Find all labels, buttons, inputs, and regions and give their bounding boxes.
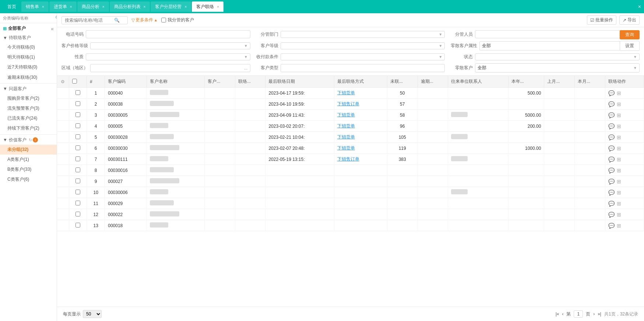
next-page-button[interactable]: › (593, 311, 595, 317)
last-way-link[interactable]: 下销货单 (337, 145, 355, 151)
filter-price-tier-select[interactable]: ▼ (90, 42, 250, 49)
tab-product-analysis[interactable]: 商品分析 × (77, 1, 109, 12)
filter-retail-customer-select[interactable]: 全部 ▼ (475, 63, 640, 73)
tab-customer-tier[interactable]: 客户分层经营 × (151, 1, 191, 12)
grid-action-icon[interactable]: ⊞ (617, 212, 621, 218)
sidebar-item-class-b[interactable]: B类客户(33) (0, 165, 57, 174)
more-conditions-button[interactable]: ▽ 更多条件 ▲ (131, 17, 158, 23)
filter-region-dots[interactable]: ... (244, 66, 248, 71)
refresh-icon[interactable]: ↻ (29, 138, 32, 142)
row-checkbox[interactable] (75, 179, 80, 183)
last-way-link[interactable]: 下销售订单 (337, 101, 359, 106)
group-value-customers[interactable]: ▼ 价值客户 ↻ ! (0, 135, 57, 145)
row-checkbox[interactable] (75, 101, 80, 106)
settings-gear-icon[interactable]: ⚙ (61, 79, 65, 84)
sidebar-item-overdue[interactable]: 逾期未联络(30) (0, 73, 57, 82)
filter-dept-select[interactable]: ▼ (281, 31, 445, 38)
grid-action-icon[interactable]: ⊞ (617, 90, 621, 96)
group-pending-contact[interactable]: ▼ 待联络客户 (0, 33, 57, 42)
last-way-link[interactable]: 下销货单 (337, 112, 355, 117)
batch-operation-button[interactable]: ☑ 批量操作 (587, 15, 616, 25)
message-icon[interactable]: 💬 (608, 112, 615, 118)
grid-action-icon[interactable]: ⊞ (617, 145, 621, 151)
group-problem-customers[interactable]: ▼ 问题客户 (0, 84, 57, 94)
sidebar-item-tomorrow[interactable]: 明天待联络(1) (0, 52, 57, 62)
reset-button[interactable]: 设置 (620, 41, 640, 51)
filter-manager-input[interactable] (475, 30, 634, 38)
tab-sales[interactable]: 销售单 × (21, 1, 49, 12)
message-icon[interactable]: 💬 (608, 145, 615, 151)
row-checkbox[interactable] (75, 156, 80, 161)
grid-action-icon[interactable]: ⊞ (617, 123, 621, 129)
select-all-checkbox[interactable] (72, 79, 77, 84)
row-checkbox[interactable] (75, 145, 80, 150)
grid-action-icon[interactable]: ⊞ (617, 179, 621, 184)
sidebar-item-class-a[interactable]: A类客户(1) (0, 155, 57, 165)
message-icon[interactable]: 💬 (608, 156, 615, 162)
last-way-link[interactable]: 下销货单 (337, 123, 355, 128)
my-customers-checkbox[interactable]: 我分管的客户 (161, 17, 194, 23)
col-settings[interactable]: ⚙ (57, 76, 69, 88)
message-icon[interactable]: 💬 (608, 223, 615, 229)
filter-customer-type-input[interactable] (281, 64, 445, 72)
message-icon[interactable]: 💬 (608, 190, 615, 195)
filter-nature-select[interactable]: ▼ (86, 53, 250, 60)
close-all-button[interactable]: × (638, 4, 641, 10)
tab-customer-contact[interactable]: 客户联络 × (192, 1, 224, 12)
all-customers-header[interactable]: ⊞ 全部客户 « (0, 23, 57, 33)
page-number[interactable]: 1 (574, 310, 583, 318)
sidebar-item-lost[interactable]: 已流失客户(24) (0, 113, 57, 123)
row-checkbox[interactable] (75, 190, 80, 194)
filter-phone-input[interactable] (86, 30, 250, 38)
my-customers-check[interactable] (161, 18, 166, 22)
tab-product-analysis-list[interactable]: 商品分析列表 × (110, 1, 150, 12)
tab-product-analysis-list-close[interactable]: × (144, 5, 146, 9)
message-icon[interactable]: 💬 (608, 101, 615, 107)
sidebar-item-churn-warning[interactable]: 流失预警客户(3) (0, 103, 57, 113)
row-checkbox[interactable] (75, 123, 80, 128)
row-checkbox[interactable] (75, 223, 80, 227)
first-page-button[interactable]: |« (556, 311, 559, 317)
sidebar-item-ungrouped[interactable]: 未分组(32) (0, 145, 57, 155)
tab-customer-tier-close[interactable]: × (184, 5, 187, 9)
row-checkbox[interactable] (75, 201, 80, 205)
grid-action-icon[interactable]: ⊞ (617, 112, 621, 118)
export-button[interactable]: ↗ 导出 (619, 15, 640, 25)
prev-page-button[interactable]: ‹ (562, 311, 563, 317)
filter-retail-attr-select[interactable]: 全部 ▼ (479, 41, 640, 50)
row-checkbox[interactable] (75, 90, 80, 95)
last-way-link[interactable]: 下销货单 (337, 90, 355, 95)
grid-action-icon[interactable]: ⊞ (617, 134, 621, 140)
filter-status-select[interactable]: ▼ (475, 53, 640, 60)
filter-customer-tier-select[interactable]: ▼ (281, 42, 445, 49)
grid-action-icon[interactable]: ⊞ (617, 167, 621, 173)
message-icon[interactable]: 💬 (608, 134, 615, 140)
tab-home[interactable]: 首页 (3, 1, 21, 12)
last-way-link[interactable]: 下销货单 (337, 134, 355, 140)
search-icon[interactable]: 🔍 (114, 18, 120, 23)
filter-region-select[interactable]: ... (90, 64, 250, 72)
tab-sales-close[interactable]: × (42, 5, 44, 9)
message-icon[interactable]: 💬 (608, 201, 615, 207)
grid-action-icon[interactable]: ⊞ (617, 156, 621, 162)
message-icon[interactable]: 💬 (608, 179, 615, 184)
search-input[interactable] (65, 18, 113, 23)
tab-purchase[interactable]: 进货单 × (49, 1, 77, 12)
sidebar-item-declining[interactable]: 持续下滑客户(2) (0, 123, 57, 133)
row-checkbox[interactable] (75, 112, 80, 117)
last-way-link[interactable]: 下销售订单 (337, 156, 359, 162)
tab-purchase-close[interactable]: × (70, 5, 72, 9)
grid-action-icon[interactable]: ⊞ (617, 223, 621, 229)
grid-action-icon[interactable]: ⊞ (617, 190, 621, 195)
page-size-select[interactable]: 50 100 200 (83, 310, 102, 318)
sidebar-item-7days[interactable]: 近7天待联络(0) (0, 62, 57, 72)
row-checkbox[interactable] (75, 134, 80, 139)
sidebar-item-abnormal[interactable]: 囤购异常客户(2) (0, 94, 57, 103)
sidebar-item-today[interactable]: 今天待联络(0) (0, 42, 57, 52)
message-icon[interactable]: 💬 (608, 90, 615, 96)
query-button[interactable]: 查询 (620, 30, 640, 39)
message-icon[interactable]: 💬 (608, 167, 615, 173)
tab-customer-contact-close[interactable]: × (217, 5, 219, 9)
sidebar-search-input[interactable] (3, 16, 54, 20)
grid-action-icon[interactable]: ⊞ (617, 101, 621, 107)
